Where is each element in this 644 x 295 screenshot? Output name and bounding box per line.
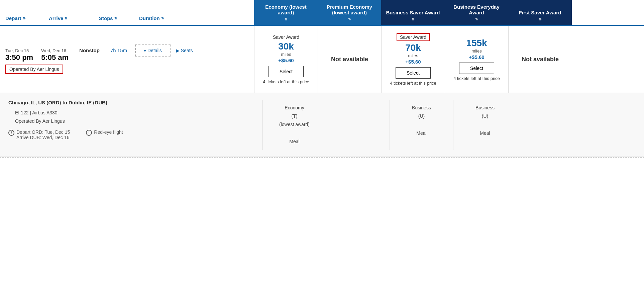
depart-time: 3:50 pm	[5, 53, 33, 62]
seats-button[interactable]: ▶ Seats	[176, 48, 193, 53]
business-everyday-select-button[interactable]: Select	[459, 63, 494, 74]
seats-label: Seats	[181, 48, 193, 53]
business-saver-award-cell: Saver Award 70k miles +$5.60 Select 4 ti…	[381, 26, 445, 93]
economy-header[interactable]: Economy (lowest award) ⇅	[254, 0, 318, 25]
business-saver-select-button[interactable]: Select	[396, 67, 431, 79]
flight-controls: ▾ Details ▶ Seats	[135, 44, 193, 57]
details-left: Chicago, IL, US (ORD) to Dublin, IE (DUB…	[8, 100, 262, 150]
premium-economy-header-label: Premium Economy (lowest award)	[320, 4, 379, 15]
triangle-down-icon: ▾	[144, 48, 146, 53]
header-row: Depart ⇅ Arrive ⇅ Stops ⇅ Duration ⇅ Eco…	[0, 0, 644, 26]
info-icon-depart: !	[8, 130, 14, 136]
business-saver-label: Saver Award	[397, 33, 430, 41]
arrive-date: Wed, Dec 16	[41, 48, 69, 53]
details-depart-info: ! Depart ORD: Tue, Dec 15 Arrive DUB: We…	[8, 129, 254, 140]
details-seats-box: ▾ Details	[135, 44, 171, 57]
depart-schedule: ! Depart ORD: Tue, Dec 15 Arrive DUB: We…	[8, 129, 70, 140]
premium-economy-award-cell: Not available	[318, 26, 381, 93]
bottom-dashed-line	[0, 157, 644, 157]
premium-economy-not-available: Not available	[331, 56, 368, 63]
stops-sort-icon: ⇅	[114, 16, 117, 20]
arrive-datetime: Wed, Dec 16 5:05 am	[41, 48, 69, 62]
operated-by-badge: Operated By Aer Lingus	[5, 65, 249, 74]
flight-number: EI 122	[15, 110, 28, 115]
details-label: Details	[147, 48, 162, 53]
business-saver-miles: 70k	[405, 42, 421, 53]
arrive-header[interactable]: Arrive ⇅	[49, 15, 99, 21]
details-economy-cell: Economy(T)(lowest award) Meal	[262, 100, 326, 150]
flight-number-aircraft: EI 122 | Airbus A330	[15, 109, 254, 117]
first-saver-header-label: First Saver Award	[519, 10, 561, 15]
depart-label: Depart	[5, 15, 21, 21]
stops-header[interactable]: Stops ⇅	[99, 15, 139, 21]
details-route: Chicago, IL, US (ORD) to Dublin, IE (DUB…	[8, 100, 254, 105]
details-business-saver-label: Business(U)	[412, 104, 431, 120]
flight-details-section: Chicago, IL, US (ORD) to Dublin, IE (DUB…	[0, 93, 644, 157]
business-saver-header[interactable]: Business Saver Award ⇅	[381, 0, 445, 25]
details-business-saver-cell: Business(U) Meal	[390, 100, 453, 150]
duration-sort-icon: ⇅	[161, 16, 164, 20]
first-saver-header[interactable]: First Saver Award ⇅	[508, 0, 572, 25]
economy-miles: 30k	[278, 41, 294, 52]
arrive-label: Arrive	[49, 15, 63, 21]
business-everyday-miles: 155k	[466, 38, 487, 48]
arrive-time: 5:05 am	[41, 53, 69, 62]
business-everyday-plus-amount: +$5.60	[469, 54, 484, 60]
aircraft: Airbus A330	[32, 110, 58, 115]
economy-select-button[interactable]: Select	[269, 66, 304, 77]
info-icon-redeye: !	[86, 130, 92, 136]
business-everyday-tickets-left: 4 tickets left at this price	[453, 76, 500, 81]
stops-label: Stops	[99, 15, 113, 21]
business-everyday-miles-unit: miles	[471, 48, 481, 54]
header-left-cols: Depart ⇅ Arrive ⇅ Stops ⇅ Duration ⇅	[0, 0, 254, 25]
red-eye-label: Red-eye flight	[94, 129, 123, 135]
arrive-dub: Arrive DUB: Wed, Dec 16	[16, 135, 70, 140]
flight-times: Tue, Dec 15 3:50 pm Wed, Dec 16 5:05 am …	[5, 44, 249, 62]
details-button[interactable]: ▾ Details	[144, 48, 162, 53]
depart-ord: Depart ORD: Tue, Dec 15	[16, 129, 70, 135]
premium-economy-header[interactable]: Premium Economy (lowest award) ⇅	[318, 0, 381, 25]
economy-plus-amount: +$5.60	[278, 58, 294, 63]
business-saver-plus-amount: +$5.60	[405, 59, 421, 65]
arrive-sort-icon: ⇅	[65, 16, 67, 20]
depart-header[interactable]: Depart ⇅	[5, 15, 49, 21]
flight-stops: Nonstop	[79, 47, 100, 53]
details-business-everyday-label: Business(U)	[475, 104, 495, 120]
depart-sort-icon: ⇅	[23, 16, 25, 20]
details-business-everyday-meal: Meal	[480, 129, 490, 137]
details-economy-meal: Meal	[289, 137, 299, 146]
business-saver-miles-unit: miles	[408, 53, 418, 58]
economy-saver-label: Saver Award	[273, 34, 299, 40]
operated-by-text: Operated By Aer Lingus	[5, 65, 63, 74]
details-first-saver-spacer	[517, 100, 580, 150]
first-saver-award-cell: Not available	[508, 26, 572, 93]
business-saver-sort-icon: ⇅	[412, 17, 414, 21]
duration-label: Duration	[139, 15, 160, 21]
business-everyday-sort-icon: ⇅	[475, 17, 478, 21]
details-premium-economy-spacer	[326, 100, 390, 150]
details-business-saver-meal: Meal	[416, 129, 426, 137]
first-saver-not-available: Not available	[522, 56, 559, 63]
details-business-everyday-cell: Business(U) Meal	[453, 100, 517, 150]
duration-header[interactable]: Duration ⇅	[139, 15, 186, 21]
triangle-right-icon: ▶	[176, 48, 180, 53]
business-everyday-header[interactable]: Business Everyday Award ⇅	[445, 0, 508, 25]
details-operated-by: Operated By Aer Lingus	[15, 117, 254, 125]
depart-schedule-text: Depart ORD: Tue, Dec 15 Arrive DUB: Wed,…	[16, 129, 70, 140]
first-saver-sort-icon: ⇅	[539, 17, 541, 21]
flight-main-row: Tue, Dec 15 3:50 pm Wed, Dec 16 5:05 am …	[0, 26, 644, 93]
flight-duration: 7h 15m	[110, 47, 127, 53]
depart-date: Tue, Dec 15	[5, 48, 33, 53]
business-saver-header-label: Business Saver Award	[386, 10, 440, 15]
economy-sort-icon: ⇅	[285, 17, 287, 21]
flight-info: Tue, Dec 15 3:50 pm Wed, Dec 16 5:05 am …	[0, 39, 254, 79]
red-eye-info: ! Red-eye flight	[86, 129, 123, 140]
depart-datetime: Tue, Dec 15 3:50 pm	[5, 48, 33, 62]
page-container: Depart ⇅ Arrive ⇅ Stops ⇅ Duration ⇅ Eco…	[0, 0, 644, 295]
economy-miles-unit: miles	[281, 52, 291, 57]
economy-header-label: Economy (lowest award)	[257, 4, 315, 15]
business-everyday-award-cell: 155k miles +$5.60 Select 4 tickets left …	[445, 26, 508, 93]
business-everyday-header-label: Business Everyday Award	[447, 4, 506, 15]
details-economy-label: Economy(T)(lowest award)	[279, 104, 310, 129]
premium-economy-sort-icon: ⇅	[348, 17, 351, 21]
